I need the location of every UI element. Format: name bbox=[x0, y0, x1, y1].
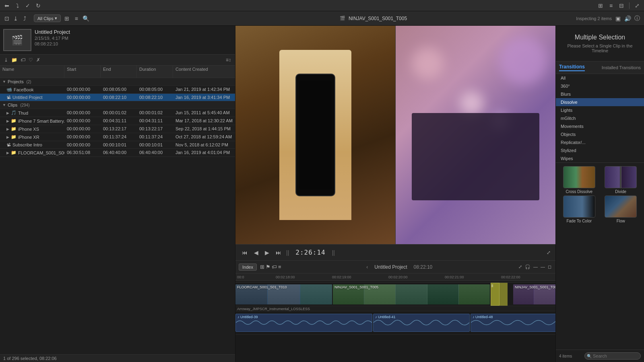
import-media-icon[interactable]: ⤓ bbox=[3, 56, 9, 64]
iphonexr-row[interactable]: ▶ 📁 iPhone XR 00:00:00:00 00:11:37:24 00… bbox=[0, 133, 235, 141]
clip-appearance-icon[interactable]: ≡ bbox=[278, 264, 281, 270]
all-clips-button[interactable]: All Clips ▾ bbox=[34, 14, 61, 22]
zoom-fit-icon[interactable]: ⤢ bbox=[518, 263, 523, 270]
trans-cat-objects[interactable]: Objects bbox=[556, 130, 644, 138]
projects-expand[interactable]: ▼ bbox=[2, 80, 6, 84]
floorcam-expand[interactable]: ▶ bbox=[6, 151, 9, 155]
play-icon[interactable]: ▶ bbox=[263, 249, 271, 257]
trans-cat-dissolve[interactable]: Dissolve bbox=[556, 98, 644, 106]
untitled-duration: 00:08:22:10 bbox=[137, 94, 173, 101]
import-icon[interactable]: ⤓ bbox=[12, 15, 19, 22]
installed-label: Installed Transitions bbox=[602, 65, 641, 70]
next-frame-icon[interactable]: ⏭ bbox=[274, 249, 283, 257]
library-icon[interactable]: ⊡ bbox=[3, 15, 10, 22]
iphone7-expand[interactable]: ▶ bbox=[6, 119, 9, 123]
clip-tool-icon[interactable]: ⊞ bbox=[260, 264, 264, 270]
undo-icon[interactable]: ⬅ bbox=[3, 2, 10, 9]
audio-icon[interactable]: 🔊 bbox=[624, 15, 631, 22]
trans-cat-blurs[interactable]: Blurs bbox=[556, 90, 644, 98]
trans-search-input[interactable] bbox=[584, 352, 641, 360]
phone-footage bbox=[235, 26, 395, 244]
headphone-icon[interactable]: 🎧 bbox=[524, 263, 531, 270]
grid-view-icon[interactable]: ⊞ bbox=[597, 2, 604, 9]
untitled-project-row[interactable]: 📽 Untitled Project 00:00:00:00 00:08:22:… bbox=[0, 94, 235, 101]
list-view-icon[interactable]: ≡ bbox=[607, 2, 615, 9]
facebook-name: FaceBook bbox=[14, 87, 34, 92]
audio-clip-1[interactable]: ♪ Untitled-39 bbox=[235, 314, 372, 332]
mute-icon[interactable]: — bbox=[533, 263, 539, 270]
project-header: 🎬 Untitled Project 2/15/19, 4:17 PM 08:0… bbox=[0, 26, 235, 55]
video-clip-6[interactable]: NINJAV_S001_S001_T005 bbox=[513, 284, 555, 304]
clips-expand[interactable]: ▼ bbox=[2, 103, 6, 107]
timeline-track-area[interactable]: 00:0 00:02:18:00 00:02:19:00 00:02:20:00… bbox=[235, 274, 555, 362]
info-icon[interactable]: ⓘ bbox=[634, 15, 641, 22]
thud-expand[interactable]: ▶ bbox=[6, 111, 9, 115]
sort-icon[interactable]: ≡↕ bbox=[225, 56, 232, 64]
main-area: 🎬 Untitled Project 2/15/19, 4:17 PM 08:0… bbox=[0, 26, 644, 362]
prev-frame-icon[interactable]: ◀ bbox=[252, 249, 260, 257]
video-clip-2[interactable]: NINJAV_S001_S001_T005 bbox=[333, 284, 490, 304]
projects-section[interactable]: ▼ Projects (2) bbox=[0, 78, 235, 86]
audio-clip-2[interactable]: ♪ Untitled-41 bbox=[373, 314, 470, 332]
search-icon[interactable]: 🔍 bbox=[83, 15, 90, 22]
check-icon[interactable]: ✓ bbox=[24, 2, 31, 9]
floorcam-end: 06:40:40:00 bbox=[101, 149, 137, 156]
tag-clip-icon[interactable]: 🏷 bbox=[272, 264, 277, 270]
video-track[interactable]: FLOORCAM_S001_S01_T010 NINJAV_S001_S001_… bbox=[235, 283, 555, 306]
project-thumbnail[interactable]: 🎬 bbox=[3, 29, 31, 51]
index-tab[interactable]: Index bbox=[239, 263, 257, 271]
marker-icon[interactable]: ⚑ bbox=[266, 264, 270, 270]
redo-icon[interactable]: ⤵ bbox=[14, 2, 21, 9]
clips-section[interactable]: ▼ Clips (294) bbox=[0, 101, 235, 109]
clip-start-icon[interactable]: ⏮ bbox=[240, 249, 249, 257]
tag-icon[interactable]: 🏷 bbox=[20, 56, 26, 64]
transitions-tab[interactable]: Transitions bbox=[559, 64, 585, 71]
trans-divide[interactable]: Divide bbox=[601, 166, 641, 194]
timeline-duration: 08:22:10 bbox=[414, 264, 433, 270]
back-btn[interactable]: ‹ bbox=[366, 264, 368, 270]
solo-icon[interactable]: — bbox=[540, 263, 546, 270]
detail-view-icon[interactable]: ⊟ bbox=[618, 2, 625, 9]
filmstrip-icon[interactable]: ▣ bbox=[614, 15, 621, 22]
fullscreen-icon[interactable]: ⤢ bbox=[547, 250, 551, 255]
refresh-icon[interactable]: ↻ bbox=[35, 2, 42, 9]
trans-cat-all[interactable]: All bbox=[556, 74, 644, 82]
clip-icon-4: 📁 bbox=[11, 134, 17, 140]
subscribe-row[interactable]: 📽 Subscribe Intro 00:00:00:00 00:00:10:0… bbox=[0, 141, 235, 149]
preview-right[interactable] bbox=[395, 26, 555, 244]
preview-left[interactable] bbox=[235, 26, 395, 244]
reject-icon[interactable]: ✗ bbox=[35, 56, 41, 64]
iphone7-row[interactable]: ▶ 📁 iPhone 7 Smart Battery... 00:00:00:0… bbox=[0, 117, 235, 125]
trans-cat-lights[interactable]: Lights bbox=[556, 106, 644, 114]
trans-cross-dissolve[interactable]: Cross Dissolve bbox=[559, 166, 599, 194]
trans-cat-stylized[interactable]: Stylized bbox=[556, 146, 644, 154]
trans-cat-360[interactable]: 360° bbox=[556, 82, 644, 90]
thud-name: Thud bbox=[18, 111, 28, 115]
trans-cat-mglitch[interactable]: mGlitch bbox=[556, 114, 644, 122]
subscribe-created: Nov 5, 2018 at 6:12:02 PM bbox=[173, 141, 235, 148]
expand-track-icon[interactable]: ◻ bbox=[547, 263, 552, 270]
video-clip-1[interactable]: FLOORCAM_S001_S01_T010 bbox=[235, 284, 332, 304]
thud-row[interactable]: ▶ 🎵 Thud 00:00:00:00 00:00:01:02 00:00:0… bbox=[0, 109, 235, 117]
list-icon[interactable]: ≡ bbox=[73, 15, 80, 22]
clips-label: Clips bbox=[8, 103, 17, 107]
new-folder-icon[interactable]: 📁 bbox=[10, 56, 18, 64]
floorcam-row[interactable]: ▶ 📁 FLOORCAM_S001_S00... 06:30:51:08 06:… bbox=[0, 149, 235, 157]
favorite-icon[interactable]: ♡ bbox=[28, 56, 34, 64]
iphonexs-expand[interactable]: ▶ bbox=[6, 127, 9, 131]
trans-cat-wipes[interactable]: Wipes bbox=[556, 154, 644, 162]
grid-icon[interactable]: ⊞ bbox=[63, 15, 70, 22]
expand-icon[interactable]: ⤢ bbox=[634, 2, 641, 9]
audio-clip-3[interactable]: ♪ Untitled-48 bbox=[471, 314, 555, 332]
trans-flow[interactable]: Flow bbox=[601, 195, 641, 223]
projects-label: Projects bbox=[8, 79, 24, 84]
iphonexr-end: 00:11:37:24 bbox=[101, 133, 137, 141]
share-icon[interactable]: ⤴ bbox=[21, 15, 28, 22]
iphonexr-expand[interactable]: ▶ bbox=[6, 135, 9, 139]
facebook-row[interactable]: 📹 FaceBook 00:00:00:00 00:08:05:00 00:08… bbox=[0, 86, 235, 94]
trans-fade-to-color[interactable]: Fade To Color bbox=[559, 195, 599, 223]
audio-track[interactable]: ♪ Untitled-39 ♪ Untitled-41 bbox=[235, 311, 555, 335]
trans-cat-movements[interactable]: Movements bbox=[556, 122, 644, 130]
trans-cat-replicator[interactable]: Replicator/... bbox=[556, 138, 644, 146]
iphonexs-row[interactable]: ▶ 📁 iPhone XS 00:00:00:00 00:13:22:17 00… bbox=[0, 125, 235, 133]
